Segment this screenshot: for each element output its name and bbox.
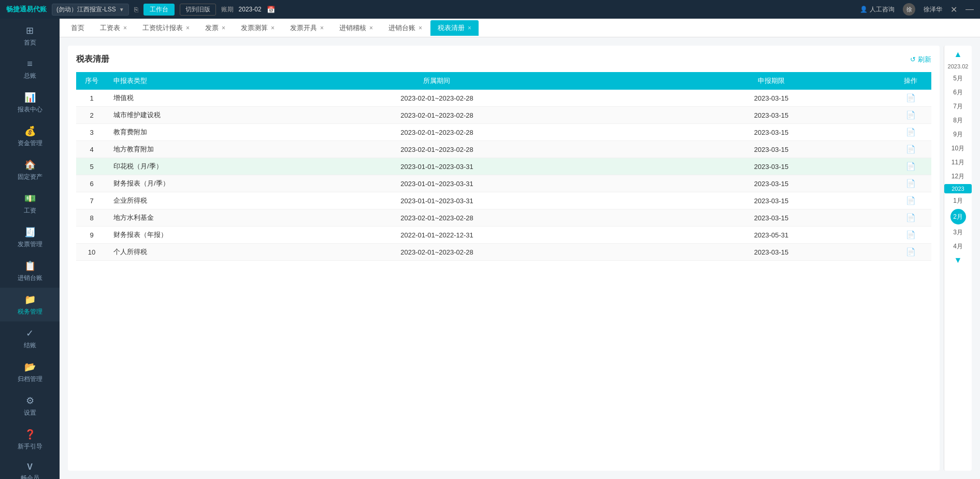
- close-icon[interactable]: ×: [123, 24, 127, 32]
- sidebar-item-invoice[interactable]: 🧾 发票管理: [0, 220, 60, 254]
- workbench-button[interactable]: 工作台: [143, 4, 175, 16]
- timeline-month-7[interactable]: 7月: [944, 100, 972, 114]
- tab-label-invoice-calc: 发票测算: [241, 23, 268, 33]
- page-title: 税表清册: [76, 54, 109, 65]
- timeline-month-4[interactable]: 4月: [944, 240, 972, 253]
- copy-icon[interactable]: ⎘: [134, 6, 138, 13]
- timeline-nav-down[interactable]: ▼: [952, 253, 964, 267]
- timeline-month-8[interactable]: 8月: [944, 114, 972, 128]
- close-icon[interactable]: ×: [320, 24, 324, 32]
- tab-payroll-stats[interactable]: 工资统计报表 ×: [135, 20, 197, 36]
- tab-in-out-check[interactable]: 进销稽核 ×: [332, 20, 380, 36]
- timeline-panel: ▲ 2023.02 5月 6月 7月 8月 9月 10月 11月 12月 202…: [944, 46, 972, 471]
- sidebar-label-fund: 资金管理: [18, 139, 42, 148]
- sidebar-item-archive[interactable]: 📂 归档管理: [0, 355, 60, 389]
- close-icon[interactable]: ×: [186, 24, 190, 32]
- calendar-icon[interactable]: 📅: [267, 6, 275, 13]
- edit-icon[interactable]: 📄: [906, 93, 916, 102]
- tab-home[interactable]: 首页: [64, 20, 92, 36]
- cell-action: 📄: [890, 175, 931, 192]
- cell-type: 个人所得税: [107, 244, 221, 261]
- ledger-icon: ≡: [27, 59, 33, 69]
- tax-table: 序号 申报表类型 所属期间 申报期限 操作 1 增值税 2023-02-01~2…: [76, 72, 931, 261]
- sidebar-item-settings[interactable]: ⚙ 设置: [0, 389, 60, 422]
- timeline-month-2-active[interactable]: 2月: [950, 209, 966, 224]
- close-icon[interactable]: ×: [271, 24, 275, 32]
- cell-deadline: 2023-03-15: [653, 175, 890, 192]
- sidebar-item-report[interactable]: 📊 报表中心: [0, 86, 60, 119]
- sidebar-item-ledger[interactable]: ≡ 总账: [0, 52, 60, 86]
- edit-icon[interactable]: 📄: [906, 179, 916, 188]
- sidebar-item-member[interactable]: V 畅会员: [0, 456, 60, 479]
- tab-invoice-calc[interactable]: 发票测算 ×: [234, 20, 282, 36]
- close-icon[interactable]: ×: [369, 24, 373, 32]
- sidebar-item-fund[interactable]: 💰 资金管理: [0, 119, 60, 153]
- sidebar-item-guide[interactable]: ❓ 新手引导: [0, 422, 60, 456]
- cell-action: 📄: [890, 227, 931, 244]
- close-icon[interactable]: ×: [468, 24, 471, 32]
- home-icon: ⊞: [26, 25, 34, 36]
- edit-icon[interactable]: 📄: [906, 145, 916, 153]
- sidebar-label-guide: 新手引导: [18, 442, 42, 451]
- sidebar-item-tax[interactable]: 📁 税务管理: [0, 288, 60, 321]
- cell-period: 2023-01-01~2023-03-31: [221, 175, 653, 192]
- sidebar-item-fixed-assets[interactable]: 🏠 固定资产: [0, 153, 60, 187]
- cell-no: 4: [76, 141, 107, 158]
- sidebar-item-home[interactable]: ⊞ 首页: [0, 19, 60, 52]
- human-consult-btn[interactable]: 👤 人工咨询: [860, 5, 895, 14]
- sidebar-item-in-out[interactable]: 📋 进销台账: [0, 254, 60, 288]
- company-selector[interactable]: (勿动）江西报宣-LSS ▼: [52, 4, 129, 16]
- switch-old-button[interactable]: 切到旧版: [180, 4, 216, 16]
- tab-payroll[interactable]: 工资表 ×: [93, 20, 134, 36]
- timeline-nav-up[interactable]: ▲: [952, 48, 964, 61]
- edit-icon[interactable]: 📄: [906, 230, 916, 239]
- table-header-row: 序号 申报表类型 所属期间 申报期限 操作: [76, 72, 931, 90]
- close-window-icon[interactable]: ✕: [950, 5, 957, 15]
- cell-no: 10: [76, 244, 107, 261]
- tab-label-home: 首页: [71, 23, 84, 33]
- edit-icon[interactable]: 📄: [906, 213, 916, 222]
- main-layout: ⊞ 首页 ≡ 总账 📊 报表中心 💰 资金管理 🏠 固定资产 💵 工资 🧾 发票…: [0, 19, 980, 479]
- cell-action: 📄: [890, 141, 931, 158]
- timeline-month-6[interactable]: 6月: [944, 86, 972, 100]
- table-row: 6 财务报表（月/季） 2023-01-01~2023-03-31 2023-0…: [76, 175, 931, 192]
- cell-type: 教育费附加: [107, 124, 221, 141]
- edit-icon[interactable]: 📄: [906, 128, 916, 136]
- cell-period: 2023-02-01~2023-02-28: [221, 244, 653, 261]
- timeline-month-5[interactable]: 5月: [944, 72, 972, 86]
- sidebar-label-settings: 设置: [24, 408, 36, 417]
- sidebar-item-salary[interactable]: 💵 工资: [0, 187, 60, 220]
- table-row: 3 教育费附加 2023-02-01~2023-02-28 2023-03-15…: [76, 124, 931, 141]
- cell-action: 📄: [890, 107, 931, 124]
- col-action: 操作: [890, 72, 931, 90]
- timeline-month-3[interactable]: 3月: [944, 226, 972, 240]
- timeline-year-2023[interactable]: 2023: [944, 184, 972, 193]
- edit-icon[interactable]: 📄: [906, 196, 916, 205]
- timeline-month-1[interactable]: 1月: [944, 194, 972, 208]
- tab-invoice-open[interactable]: 发票开具 ×: [283, 20, 331, 36]
- minimize-icon[interactable]: —: [965, 5, 974, 14]
- cell-no: 9: [76, 227, 107, 244]
- timeline-month-12[interactable]: 12月: [944, 170, 972, 184]
- sidebar-label-salary: 工资: [24, 206, 36, 215]
- cell-period: 2023-02-01~2023-02-28: [221, 141, 653, 158]
- refresh-button[interactable]: ↺ 刷新: [910, 55, 931, 64]
- edit-icon[interactable]: 📄: [906, 247, 916, 256]
- timeline-month-9[interactable]: 9月: [944, 128, 972, 142]
- tab-in-out-ledger[interactable]: 进销台账 ×: [381, 20, 429, 36]
- sidebar-item-settlement[interactable]: ✓ 结账: [0, 321, 60, 355]
- tab-invoice[interactable]: 发票 ×: [198, 20, 233, 36]
- cell-deadline: 2023-03-15: [653, 107, 890, 124]
- cell-no: 5: [76, 158, 107, 175]
- timeline-month-10[interactable]: 10月: [944, 142, 972, 156]
- close-icon[interactable]: ×: [222, 24, 225, 32]
- settlement-icon: ✓: [26, 328, 34, 339]
- close-icon[interactable]: ×: [419, 24, 422, 32]
- edit-icon[interactable]: 📄: [906, 110, 916, 119]
- cell-no: 6: [76, 175, 107, 192]
- sidebar-label-settlement: 结账: [24, 341, 36, 350]
- edit-icon[interactable]: 📄: [906, 162, 916, 171]
- tab-tax-clearance[interactable]: 税表清册 ×: [430, 20, 479, 36]
- user-name[interactable]: 徐泽华: [924, 5, 942, 14]
- timeline-month-11[interactable]: 11月: [944, 156, 972, 170]
